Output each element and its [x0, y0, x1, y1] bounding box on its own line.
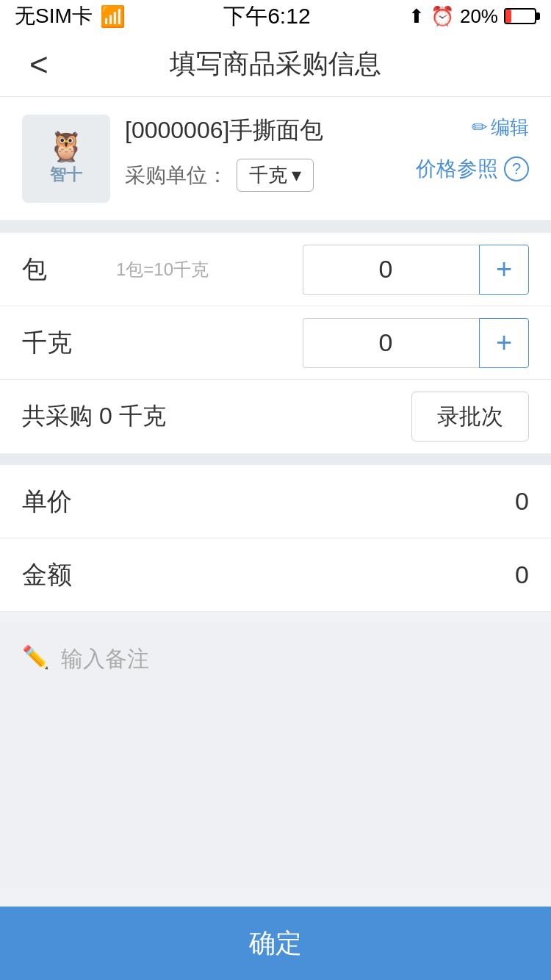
notes-section[interactable]: ✏️ 输入备注 [0, 624, 551, 712]
edit-icon: ✏ [472, 116, 488, 139]
pack-label: 包 [22, 253, 110, 287]
unit-dropdown[interactable]: 千克 ▾ [237, 159, 314, 192]
amount-row: 金额 0 [0, 538, 551, 612]
unit-price-value: 0 [515, 487, 529, 516]
bottom-space [0, 712, 551, 888]
product-unit-row: 采购单位： 千克 ▾ [125, 159, 401, 192]
separator-1 [0, 221, 551, 233]
kg-input-row: 千克 + [0, 306, 551, 380]
product-info: [0000006]手撕面包 采购单位： 千克 ▾ [125, 115, 401, 192]
kg-quantity-input[interactable] [303, 318, 479, 368]
unit-value: 千克 [249, 162, 287, 188]
edit-button[interactable]: ✏ 编辑 [472, 115, 529, 140]
amount-value: 0 [515, 561, 529, 589]
price-ref-label: 价格参照 [416, 155, 498, 183]
pencil-icon: ✏️ [22, 644, 49, 670]
purchase-unit-label: 采购单位： [125, 162, 228, 190]
kg-input-control: + [110, 318, 529, 368]
wifi-icon: 📶 [100, 4, 126, 29]
status-right: ⬆ ⏰ 20% [408, 5, 536, 28]
total-row: 共采购 0 千克 录批次 [0, 380, 551, 453]
pack-plus-button[interactable]: + [479, 245, 529, 295]
status-bar: 无SIM卡 📶 下午6:12 ⬆ ⏰ 20% [0, 0, 551, 32]
notes-placeholder: 输入备注 [61, 644, 149, 674]
dropdown-arrow: ▾ [292, 164, 301, 187]
unit-price-row: 单价 0 [0, 465, 551, 538]
amount-label: 金额 [22, 558, 72, 592]
unit-price-label: 单价 [22, 485, 72, 519]
product-name: [0000006]手撕面包 [125, 115, 401, 147]
brand-label: 智十 [50, 164, 82, 186]
pack-input-row: 包 1包=10千克 + [0, 233, 551, 306]
separator-2 [0, 453, 551, 465]
battery-icon [504, 8, 536, 24]
product-thumbnail: 🦉 智十 [22, 115, 110, 203]
pack-input-control: + [209, 245, 529, 295]
pack-input-section: 包 1包=10千克 + 千克 + [0, 233, 551, 380]
carrier-label: 无SIM卡 [15, 2, 93, 30]
battery-percent: 20% [460, 5, 498, 28]
total-unit: 千克 [119, 403, 166, 429]
confirm-button[interactable]: 确定 [0, 907, 551, 980]
nav-bar: < 填写商品采购信息 [0, 32, 551, 97]
status-left: 无SIM卡 📶 [15, 2, 126, 30]
total-label: 共采购 0 千克 [22, 400, 166, 433]
kg-plus-button[interactable]: + [479, 318, 529, 368]
back-button[interactable]: < [22, 39, 56, 90]
product-icon: 🦉 [48, 131, 84, 161]
product-actions: ✏ 编辑 价格参照 ? [416, 115, 529, 183]
help-icon: ? [504, 156, 529, 181]
alarm-icon: ⏰ [431, 5, 454, 28]
pack-sub-label: 1包=10千克 [116, 258, 209, 281]
batch-button[interactable]: 录批次 [411, 392, 529, 442]
page-title: 填写商品采购信息 [170, 46, 381, 82]
time-label: 下午6:12 [223, 1, 310, 32]
total-value: 0 [99, 403, 112, 429]
location-icon: ⬆ [408, 5, 425, 28]
price-amount-section: 单价 0 金额 0 [0, 465, 551, 612]
pack-quantity-input[interactable] [303, 245, 479, 295]
price-ref-button[interactable]: 价格参照 ? [416, 155, 529, 183]
product-card: 🦉 智十 [0000006]手撕面包 采购单位： 千克 ▾ ✏ 编辑 价格参照 … [0, 97, 551, 221]
kg-label: 千克 [22, 326, 110, 360]
edit-label: 编辑 [491, 115, 529, 140]
